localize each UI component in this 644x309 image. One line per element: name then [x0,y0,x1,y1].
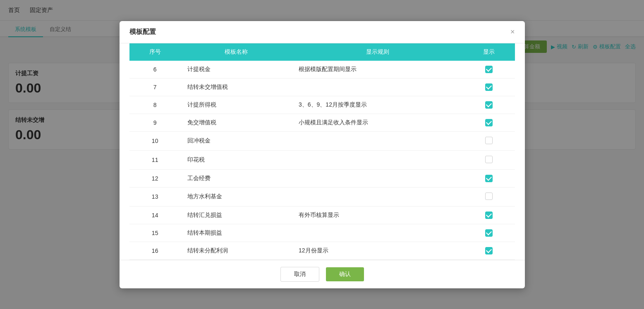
cell-id: 9 [129,114,181,131]
cell-id: 13 [129,187,181,206]
table-row: 15结转本期损益 [129,224,515,242]
template-config-dialog: 模板配置 × 序号 模板名称 显示规则 显示 6计提税金根据模版配置期间显示7结… [120,21,525,288]
cell-display[interactable] [463,169,515,187]
cell-rule: 小规模且满足收入条件显示 [292,114,463,131]
cell-display[interactable] [463,224,515,242]
table-row: 10回冲税金 [129,131,515,150]
table-header-row: 序号 模板名称 显示规则 显示 [129,43,515,61]
cell-id: 14 [129,206,181,224]
cell-rule [292,131,463,150]
cell-id: 11 [129,150,181,169]
dialog-body: 序号 模板名称 显示规则 显示 6计提税金根据模版配置期间显示7结转未交增值税8… [120,43,525,260]
cell-rule [292,224,463,242]
checkbox-unchecked[interactable] [485,137,493,144]
cell-name: 地方水利基金 [181,187,292,206]
table-row: 9免交增值税小规模且满足收入条件显示 [129,114,515,131]
table-row: 7结转未交增值税 [129,78,515,96]
table-row: 11印花税 [129,150,515,169]
cell-id: 8 [129,96,181,114]
cell-id: 16 [129,242,181,259]
cell-display[interactable] [463,206,515,224]
cell-display[interactable] [463,242,515,259]
checkbox-checked[interactable] [485,119,493,126]
checkbox-checked[interactable] [485,101,493,109]
cell-name: 回冲税金 [181,131,292,150]
cell-name: 计提税金 [181,61,292,78]
dialog-footer: 取消 确认 [120,260,525,288]
dialog-close-button[interactable]: × [510,28,515,36]
cell-display[interactable] [463,78,515,96]
table-head: 序号 模板名称 显示规则 显示 [129,43,515,61]
cell-rule: 有外币核算显示 [292,206,463,224]
cancel-button[interactable]: 取消 [280,267,319,282]
confirm-button[interactable]: 确认 [326,267,364,281]
col-header-rule: 显示规则 [292,43,463,61]
table-row: 13地方水利基金 [129,187,515,206]
table-row: 14结转汇兑损益有外币核算显示 [129,206,515,224]
cell-id: 6 [129,61,181,78]
cell-rule [292,150,463,169]
cell-display[interactable] [463,114,515,131]
cell-rule [292,78,463,96]
cell-name: 结转未交增值税 [181,78,292,96]
cell-rule [292,187,463,206]
cell-display[interactable] [463,61,515,78]
cell-rule: 12月份显示 [292,242,463,259]
cell-name: 免交增值税 [181,114,292,131]
checkbox-checked[interactable] [485,83,493,91]
cell-id: 7 [129,78,181,96]
cell-display[interactable] [463,96,515,114]
checkbox-checked[interactable] [485,229,493,237]
checkbox-unchecked[interactable] [485,156,493,163]
cell-display[interactable] [463,131,515,150]
dialog-header: 模板配置 × [120,21,525,43]
table-row: 8计提所得税3、6、9、12月按季度显示 [129,96,515,114]
cell-name: 结转汇兑损益 [181,206,292,224]
cell-id: 10 [129,131,181,150]
cell-name: 结转未分配利润 [181,242,292,259]
cell-name: 工会经费 [181,169,292,187]
table-body: 6计提税金根据模版配置期间显示7结转未交增值税8计提所得税3、6、9、12月按季… [129,61,515,260]
checkbox-checked[interactable] [485,66,493,73]
table-row: 16结转未分配利润12月份显示 [129,242,515,259]
cell-name: 印花税 [181,150,292,169]
checkbox-checked[interactable] [485,175,493,182]
checkbox-unchecked[interactable] [485,193,493,200]
cell-rule: 3、6、9、12月按季度显示 [292,96,463,114]
checkbox-checked[interactable] [485,247,493,254]
cell-rule [292,169,463,187]
col-header-display: 显示 [463,43,515,61]
cell-name: 计提所得税 [181,96,292,114]
cell-display[interactable] [463,150,515,169]
cell-rule: 根据模版配置期间显示 [292,61,463,78]
table-row: 12工会经费 [129,169,515,187]
col-header-id: 序号 [129,43,181,61]
cell-name: 结转本期损益 [181,224,292,242]
cell-display[interactable] [463,187,515,206]
cell-id: 15 [129,224,181,242]
modal-overlay: 模板配置 × 序号 模板名称 显示规则 显示 6计提税金根据模版配置期间显示7结… [0,0,644,309]
config-table: 序号 模板名称 显示规则 显示 6计提税金根据模版配置期间显示7结转未交增值税8… [129,43,515,260]
checkbox-checked[interactable] [485,212,493,219]
cell-id: 12 [129,169,181,187]
dialog-title: 模板配置 [129,28,156,36]
col-header-name: 模板名称 [181,43,292,61]
table-row: 6计提税金根据模版配置期间显示 [129,61,515,78]
